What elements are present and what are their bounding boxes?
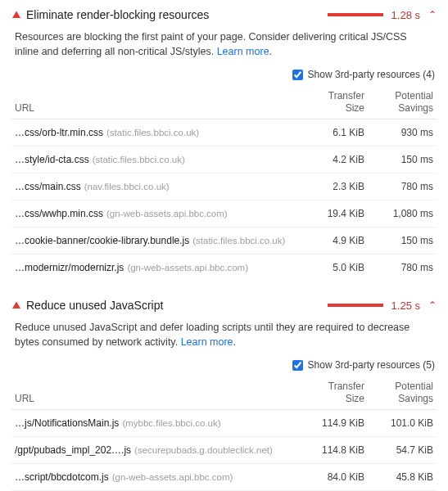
resource-path[interactable]: …css/wwhp.min.css [15, 208, 103, 219]
transfer-size: 4.2 KiB [304, 154, 369, 165]
audit-title: Reduce unused JavaScript [26, 299, 163, 312]
resource-path[interactable]: /gpt/pubads_impl_202….js [15, 444, 131, 456]
table-row: /gpt/pubads_impl_202….js(securepubads.g.… [11, 437, 437, 464]
potential-savings: 150 ms [369, 154, 433, 165]
resource-path[interactable]: …script/bbcdotcom.js [15, 471, 109, 483]
col-header-url: URL [15, 393, 304, 404]
col-header-size: TransferSize [304, 381, 369, 404]
resource-host: (static.files.bbci.co.uk) [93, 155, 185, 164]
resource-host: (nav.files.bbci.co.uk) [84, 182, 170, 191]
transfer-size: 114.8 KiB [304, 444, 369, 456]
col-header-savings: PotentialSavings [369, 90, 433, 114]
transfer-size: 4.9 KiB [304, 235, 369, 246]
resource-host: (gn-web-assets.api.bbc.com) [112, 472, 233, 482]
potential-savings: 930 ms [369, 127, 433, 138]
chevron-up-icon[interactable]: ⌃ [428, 9, 437, 20]
potential-savings: 780 ms [369, 181, 433, 192]
audit-description: Resources are blocking the first paint o… [15, 29, 433, 59]
table-header-row: URLTransferSizePotentialSavings [11, 85, 437, 119]
learn-more-link[interactable]: Learn more [217, 46, 269, 57]
resource-path[interactable]: …css/main.css [15, 181, 81, 192]
audit-header[interactable]: Eliminate render-blocking resources1.28 … [11, 8, 437, 21]
audit-time: 1.25 s [391, 300, 420, 312]
transfer-size: 114.9 KiB [304, 417, 369, 429]
col-header-size: TransferSize [304, 90, 369, 114]
warning-triangle-icon [11, 10, 21, 20]
table-row: …css/wwhp.min.css(gn-web-assets.api.bbc.… [11, 200, 437, 227]
resource-host: (static.files.bbci.co.uk) [106, 128, 199, 137]
third-party-label: Show 3rd-party resources (4) [308, 69, 435, 80]
transfer-size: 19.4 KiB [304, 208, 369, 219]
chevron-up-icon[interactable]: ⌃ [428, 300, 437, 311]
third-party-toggle-row: Show 3rd-party resources (4) [11, 69, 437, 80]
table-row: …css/main.css(nav.files.bbci.co.uk)2.3 K… [11, 173, 437, 200]
resource-host: (static.files.bbci.co.uk) [192, 236, 285, 246]
audit-description: Reduce unused JavaScript and defer loadi… [15, 320, 433, 349]
transfer-size: 2.3 KiB [304, 181, 369, 192]
col-header-url: URL [15, 102, 304, 114]
resource-path[interactable]: …css/orb-ltr.min.css [15, 127, 103, 138]
audit-title: Eliminate render-blocking resources [26, 8, 209, 21]
warning-triangle-icon [11, 300, 21, 310]
resource-host: (gn-web-assets.api.bbc.com) [127, 263, 248, 273]
resource-table: URLTransferSizePotentialSavings…css/orb-… [11, 85, 437, 281]
transfer-size: 5.0 KiB [304, 262, 369, 273]
resource-host: (mybbc.files.bbci.co.uk) [122, 418, 220, 428]
resource-host: (gn-web-assets.api.bbc.com) [106, 209, 228, 218]
table-row: …script/bbcdotcom.js(gn-web-assets.api.b… [11, 464, 437, 491]
table-row: …cookie-banner/cookie-library.bundle.js(… [11, 227, 437, 255]
third-party-label: Show 3rd-party resources (5) [308, 359, 435, 371]
potential-savings: 780 ms [369, 262, 433, 273]
table-row: …js/NotificationsMain.js(mybbc.files.bbc… [11, 410, 437, 437]
third-party-checkbox[interactable] [292, 70, 303, 80]
audit-time: 1.28 s [391, 9, 420, 21]
table-header-row: URLTransferSizePotentialSavings [11, 376, 437, 410]
potential-savings: 101.0 KiB [369, 417, 433, 429]
table-row: …css/orb-ltr.min.css(static.files.bbci.c… [11, 119, 437, 146]
third-party-toggle-row: Show 3rd-party resources (5) [11, 359, 437, 371]
potential-savings: 45.8 KiB [369, 471, 433, 483]
potential-savings: 54.7 KiB [369, 444, 433, 456]
table-row: …style/id-cta.css(static.files.bbci.co.u… [11, 146, 437, 173]
table-row: …modernizr/modernizr.js(gn-web-assets.ap… [11, 255, 437, 281]
impact-bar [328, 13, 383, 16]
audit-section: Eliminate render-blocking resources1.28 … [11, 8, 437, 281]
potential-savings: 1,080 ms [369, 208, 433, 219]
audit-header[interactable]: Reduce unused JavaScript1.25 s⌃ [11, 299, 437, 312]
resource-table: URLTransferSizePotentialSavings…js/Notif… [11, 376, 437, 491]
audit-section: Reduce unused JavaScript1.25 s⌃Reduce un… [11, 299, 437, 491]
potential-savings: 150 ms [369, 235, 433, 246]
resource-path[interactable]: …modernizr/modernizr.js [15, 262, 124, 273]
resource-path[interactable]: …js/NotificationsMain.js [15, 417, 119, 429]
transfer-size: 6.1 KiB [304, 127, 369, 138]
transfer-size: 84.0 KiB [304, 471, 369, 483]
impact-bar [328, 304, 383, 307]
resource-host: (securepubads.g.doubleclick.net) [134, 445, 273, 455]
resource-path[interactable]: …cookie-banner/cookie-library.bundle.js [15, 235, 189, 246]
col-header-savings: PotentialSavings [369, 381, 433, 404]
resource-path[interactable]: …style/id-cta.css [15, 154, 89, 165]
third-party-checkbox[interactable] [292, 360, 303, 371]
learn-more-link[interactable]: Learn more [181, 336, 233, 348]
